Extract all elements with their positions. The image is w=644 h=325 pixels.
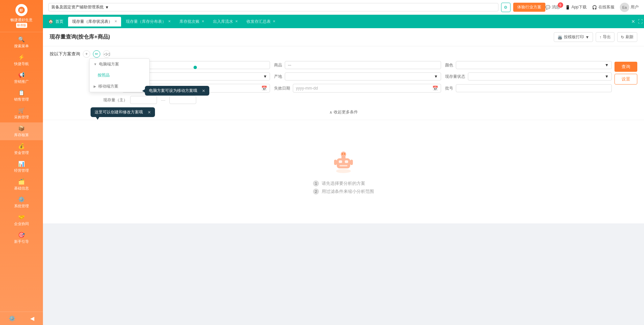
filter-group-stock-status: 现存量状态 ▼: [445, 72, 612, 80]
top-header: 装备及固定资产辅助管理系统 ▼ ⚙ 体验行业方案 💬 9 消息 📱 App下载 …: [43, 0, 644, 15]
tab-maximize-btn[interactable]: ⛶: [638, 19, 643, 24]
sidebar-item-operation[interactable]: 📊 经营管理: [0, 158, 43, 176]
scheme-parent-pc[interactable]: ▼ 电脑端方案: [90, 59, 149, 70]
search-icon: 🔍: [18, 36, 25, 43]
home-icon: 🏠: [48, 19, 53, 24]
settings-gear-icon[interactable]: ⚙: [501, 3, 511, 12]
filter-group-stock-main: 现存量（主） —: [103, 96, 612, 104]
filter-group-expire-date: 失效日期 yyyy-mm-dd 📅: [274, 84, 441, 93]
svg-rect-5: [345, 160, 348, 163]
filter-group-color: 颜色 ▼: [445, 61, 612, 69]
collapse-btn[interactable]: ◀: [30, 315, 34, 322]
app-download-action[interactable]: 📱 App下载: [565, 4, 587, 10]
chevron-down-origin: ▼: [434, 74, 438, 79]
filter-group-batch: 批号: [445, 84, 612, 92]
edit-scheme-btn[interactable]: ✏: [93, 50, 100, 58]
chevron-down-stock: ▼: [605, 74, 609, 79]
tab-close-in-out-flow[interactable]: ✕: [235, 20, 238, 23]
add-scheme-btn[interactable]: +: [83, 50, 90, 58]
expire-date-input[interactable]: yyyy-mm-dd 📅: [293, 84, 441, 93]
batch-input[interactable]: [456, 84, 612, 92]
sidebar-item-quick[interactable]: ⚡ 快捷导航: [0, 51, 43, 69]
content-panel: 现存量查询(按仓库+商品) 🖨️ 按模板打印 ▼ ↑ 导出 ↻ 刷新: [43, 28, 644, 223]
page-title-bar: 现存量查询(按仓库+商品) 🖨️ 按模板打印 ▼ ↑ 导出 ↻ 刷新: [43, 28, 644, 46]
sidebar-item-purchase[interactable]: 🛒 采购管理: [0, 105, 43, 122]
tab-close-inventory-status[interactable]: ✕: [114, 20, 117, 23]
online-support-action[interactable]: 🎧 在线客服: [592, 4, 614, 10]
experience-button[interactable]: 体验行业方案: [513, 3, 545, 12]
svg-rect-4: [339, 160, 342, 163]
back-scheme-btn[interactable]: ◁◁: [103, 50, 110, 58]
tab-close-receipt-summary[interactable]: ✕: [273, 20, 275, 23]
sidebar-item-marketing[interactable]: 📢 营销推广: [0, 69, 43, 87]
filter-row-2: 尺码 ▼ 产地 ▼: [103, 72, 612, 80]
purchase-icon: 🛒: [18, 107, 25, 114]
sidebar-item-system[interactable]: ⚙️ 系统管理: [0, 194, 43, 211]
tab-close-inventory-dist[interactable]: ✕: [168, 20, 171, 23]
tab-receipt-summary[interactable]: 收发存汇总表 ✕: [243, 17, 279, 26]
sidebar-item-guide[interactable]: 🎯 新手引导: [0, 229, 43, 247]
avatar: Ea: [620, 3, 629, 12]
filter-header: 按以下方案查询 + ✏ ◁◁ ▼ 电脑端方案: [50, 50, 637, 58]
scheme-child-byproduct[interactable]: 按照品: [90, 70, 149, 81]
user-action[interactable]: Ea 用户: [620, 3, 639, 12]
inventory-icon: 📦: [18, 125, 25, 131]
refresh-button[interactable]: ↻ 刷新: [617, 32, 637, 42]
tab-batch-account[interactable]: 库存批次账 ✕: [175, 17, 208, 26]
expire-date-label: 失效日期: [274, 86, 290, 91]
tooltip-create-close[interactable]: ✕: [148, 110, 151, 115]
settings-btn[interactable]: ⚙️: [9, 315, 15, 322]
color-label: 颜色: [445, 62, 453, 68]
notification-action[interactable]: 💬 9 消息: [545, 4, 560, 10]
sidebar-bottom: ⚙️ ◀: [0, 312, 43, 325]
logo-icon: 好: [15, 4, 28, 16]
svg-point-10: [344, 153, 345, 155]
arrow-left-icon: ◁◁: [104, 52, 110, 56]
tab-close-all-btn[interactable]: ✕: [631, 19, 635, 24]
sidebar-item-inventory[interactable]: 📦 库存核算: [0, 122, 43, 140]
filter-area: 按以下方案查询 + ✏ ◁◁ ▼ 电脑端方案: [43, 46, 644, 120]
notification-badge: 9: [558, 2, 563, 8]
tab-inventory-dist[interactable]: 现存量（库存分布表） ✕: [122, 17, 175, 26]
origin-select[interactable]: ▼: [285, 72, 441, 80]
batch-label: 批号: [445, 86, 453, 91]
template-chevron-icon: ▼: [585, 35, 589, 40]
sidebar-item-basic[interactable]: 🗂️ 基础信息: [0, 176, 43, 194]
calendar-produce-icon: 📅: [261, 86, 267, 91]
tab-in-out-flow[interactable]: 出入库流水 ✕: [209, 17, 242, 26]
svg-rect-3: [337, 158, 350, 168]
marketing-icon: 📢: [18, 72, 25, 78]
tooltip-scheme-close[interactable]: ✕: [202, 89, 205, 93]
sidebar-item-search[interactable]: 🔍 搜索菜单: [0, 34, 43, 51]
svg-rect-11: [334, 160, 337, 165]
scheme-parent-mobile[interactable]: ▶ 移动端方案: [90, 81, 149, 92]
search-button[interactable]: 查询: [614, 62, 637, 72]
stock-status-select[interactable]: ▼: [468, 72, 612, 80]
sales-icon: 📋: [18, 90, 25, 96]
sidebar-item-sales[interactable]: 📋 销售管理: [0, 87, 43, 105]
tab-bar: 🏠 首页 现存量（库存状况表） ✕ 现存量（库存分布表） ✕ 库存批次账 ✕ 出…: [43, 15, 644, 28]
page-title: 现存量查询(按仓库+商品): [50, 34, 110, 41]
set-button[interactable]: 设置: [614, 74, 637, 85]
sidebar-item-finance[interactable]: 💰 资金管理: [0, 140, 43, 158]
scheme-dropdown: ▼ 电脑端方案 按照品 ▶ 移动端方案: [89, 58, 150, 92]
tab-inventory-status[interactable]: 现存量（库存状况表） ✕: [68, 17, 121, 26]
filter-row-4: 现存量（主） —: [103, 96, 612, 104]
product-select[interactable]: ···: [285, 61, 441, 69]
page-actions: 🖨️ 按模板打印 ▼ ↑ 导出 ↻ 刷新: [554, 32, 637, 42]
tab-home[interactable]: 🏠 首页: [44, 17, 67, 26]
pencil-icon: ✏: [95, 52, 98, 56]
tab-close-batch-account[interactable]: ✕: [202, 20, 204, 23]
system-select[interactable]: 装备及固定资产辅助管理系统 ▼: [48, 3, 498, 11]
system-icon: ⚙️: [18, 196, 25, 203]
template-print-button[interactable]: 🖨️ 按模板打印 ▼: [554, 32, 593, 42]
export-button[interactable]: ↑ 导出: [596, 32, 614, 42]
origin-label: 产地: [274, 74, 282, 79]
product-label: 商品: [274, 62, 282, 68]
sidebar-item-enterprise[interactable]: 🤝 企业协同: [0, 211, 43, 229]
stock-main-min[interactable]: [130, 96, 157, 104]
color-select[interactable]: ▼: [456, 61, 612, 69]
stock-main-max[interactable]: [169, 96, 196, 104]
finance-icon: 💰: [18, 143, 25, 149]
sidebar-logo: 好 畅捷通好生意 标准版: [0, 0, 43, 32]
